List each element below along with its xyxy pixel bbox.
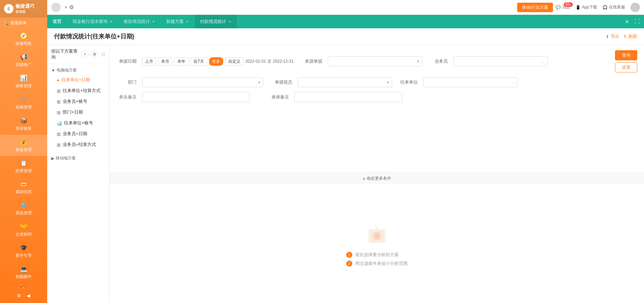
sidebar-item-finance[interactable]: 💰 资金管理: [0, 135, 47, 156]
tab-new-scheme-label: 新建方案: [166, 19, 184, 25]
basic-icon: 🗃: [21, 181, 27, 188]
sidebar-item-quick-nav[interactable]: 🧭 快捷导航: [0, 29, 47, 50]
tab-payment-stats[interactable]: 付款情况统计 ✕: [195, 15, 237, 28]
sidebar-item-guide[interactable]: 🎓 新手引导: [0, 241, 47, 262]
tab-cash-flow-close[interactable]: ✕: [110, 20, 113, 24]
staff-select[interactable]: …: [453, 56, 548, 66]
sidebar-item-purchase[interactable]: 🛒 采购管理: [0, 92, 47, 114]
dept-select[interactable]: ▾: [142, 77, 263, 87]
topbar-gear-icon[interactable]: ⚙: [69, 4, 74, 10]
sidebar-nav: 🧭 快捷导航 📢 营销推广 📊 销售管理 🛒 采购管理 📦 库存核算 💰 资金管…: [0, 29, 47, 288]
collapse-bar[interactable]: ∧ 收起更多条件: [110, 173, 644, 184]
sidebar-item-corp[interactable]: 🤝 企业协同: [0, 219, 47, 241]
page-title: 付款情况统计(往来单位+日期): [54, 32, 135, 40]
sidebar-item-operation[interactable]: 📋 经营管理: [0, 156, 47, 177]
sidebar-item-hardware[interactable]: 💻 智能硬件: [0, 262, 47, 283]
filter-settings-btn[interactable]: 设置: [615, 62, 637, 72]
topbar-dropdown-icon[interactable]: ▾: [65, 5, 67, 10]
tab-payment-stats-label: 付款情况统计: [200, 19, 226, 25]
page-header: 付款情况统计(往来单位+日期) ⬆ 导出 ↻ 刷新: [47, 28, 644, 45]
date-btn-custom[interactable]: 自定义: [225, 57, 243, 66]
online-service-btn[interactable]: 🎧 在线客服: [603, 4, 625, 10]
tab-receipt-stats-label: 收款情况统计: [124, 19, 150, 25]
topbar-user-avatar[interactable]: [631, 3, 640, 12]
date-btn-this-month[interactable]: 本月: [158, 57, 172, 66]
scheme-item-staff-account[interactable]: ▦ 业务员+账号: [47, 96, 109, 107]
scheme-group-desktop: ▼ 电脑端方案 ● 往来单位+日期 ▦ 往来单位+结算方式 ▦ 业务员+账号: [47, 64, 109, 152]
unit-select[interactable]: …: [423, 77, 518, 87]
tab-receipt-stats[interactable]: 收款情况统计 ✕: [118, 15, 161, 28]
export-btn[interactable]: ⬆ 导出: [606, 33, 619, 39]
query-actions: 查询 设置: [615, 50, 637, 72]
scheme-item-unit-account[interactable]: 📊 往来单位+账号: [47, 118, 109, 128]
scheme-item-dept-date[interactable]: ▦ 部门+日期: [47, 107, 109, 118]
receipt-status-select[interactable]: ▾: [298, 77, 392, 87]
scheme-settings-btn[interactable]: ⚙: [91, 51, 98, 58]
filter-row-2: 部门 ▾ 单据状态 ▾ 往来单位 …: [116, 77, 637, 87]
tab-cash-flow[interactable]: 现金银行流水查询 ✕: [67, 15, 118, 28]
tab-receipt-stats-close[interactable]: ✕: [152, 20, 155, 24]
sidebar-item-label: 资金管理: [16, 147, 32, 153]
sidebar-bottom: ⚙ ◀: [0, 288, 47, 303]
tab-expand-btn[interactable]: ⛶: [633, 17, 641, 26]
scheme-item-label-staff-settle: 业务员+结算方式: [63, 142, 96, 148]
chevron-down-icon: ▼: [51, 68, 55, 73]
tip-num-1: 1: [346, 252, 352, 258]
sidebar-item-sales[interactable]: 📊 销售管理: [0, 71, 47, 92]
scheme-item-icon-staff-settle: ▦: [57, 142, 61, 147]
date-btn-this-year[interactable]: 本年: [174, 57, 188, 66]
tabbar-actions: ✕ ⛶: [623, 15, 644, 28]
sidebar-collapse-btn[interactable]: ◀: [25, 292, 32, 300]
sidebar-item-label: 销售管理: [16, 83, 32, 89]
scheme-group-desktop-title[interactable]: ▼ 电脑端方案: [47, 66, 109, 74]
scheme-item-staff-date[interactable]: ▦ 业务员+日期: [47, 128, 109, 139]
svg-rect-3: [375, 234, 379, 238]
sidebar-item-inventory[interactable]: 📦 库存核算: [0, 114, 47, 135]
scheme-collapse-btn[interactable]: ◁: [100, 51, 105, 58]
content-area: 付款情况统计(往来单位+日期) ⬆ 导出 ↻ 刷新 按以下方案查询: [47, 28, 644, 303]
topbar-user-area: ▾ ⚙: [51, 3, 515, 12]
header-note-input[interactable]: [142, 92, 250, 102]
sidebar-item-wechat[interactable]: 💬 企业微信: [0, 283, 47, 288]
unit-label: 往来单位: [398, 79, 418, 85]
date-group: 上月 本月 本年 近7天 更多 自定义 2022-01-01 至 2022-12…: [142, 57, 293, 66]
scheme-group-mobile-title[interactable]: ▶ 移动端方案: [47, 154, 109, 162]
scheme-item-unit-settle[interactable]: ▦ 往来单位+结算方式: [47, 85, 109, 96]
header-note-label: 表头备注: [116, 94, 137, 100]
finance-icon: 💰: [20, 138, 27, 146]
sidebar-item-marketing[interactable]: 📢 营销推广: [0, 50, 47, 71]
online-service-label: 在线客服: [609, 4, 625, 10]
tab-payment-stats-close[interactable]: ✕: [228, 20, 231, 24]
scheme-add-btn[interactable]: +: [81, 51, 89, 58]
notification-btn[interactable]: 💬 消息 99+: [556, 4, 570, 10]
tab-new-scheme-close[interactable]: ✕: [186, 20, 189, 24]
right-panel: 单据日期 上月 本月 本年 近7天 更多 自定义 2022-01-01 至: [110, 45, 644, 303]
sidebar-settings-btn[interactable]: ⚙: [16, 292, 23, 300]
query-btn[interactable]: 查询: [615, 50, 637, 60]
search-menu[interactable]: 🔍 搜索菜单: [0, 18, 47, 29]
sidebar-item-label: 营销推广: [16, 62, 32, 68]
inventory-icon: 📦: [20, 117, 27, 124]
chevron-up-icon: ∧: [362, 176, 365, 181]
app-download-btn[interactable]: 📱 App下载: [576, 4, 597, 10]
scheme-item-staff-settle[interactable]: ▦ 业务员+结算方式: [47, 139, 109, 150]
date-btn-last-month[interactable]: 上月: [142, 57, 156, 66]
sidebar-item-basic[interactable]: 🗃 基础信息: [0, 177, 47, 198]
source-select[interactable]: ▾: [328, 56, 422, 66]
quick-nav-icon: 🧭: [20, 32, 27, 39]
sidebar-item-label: 库存核算: [16, 126, 32, 131]
tab-home[interactable]: 首页: [47, 15, 67, 28]
trial-btn[interactable]: 体验行业方案: [517, 3, 553, 12]
date-btn-last-7days[interactable]: 近7天: [191, 57, 207, 66]
date-btn-more[interactable]: 更多: [209, 57, 223, 66]
dept-label: 部门: [116, 79, 137, 85]
operation-icon: 📋: [20, 159, 27, 167]
refresh-btn[interactable]: ↻ 刷新: [623, 33, 637, 39]
notification-badge: 99+: [564, 2, 573, 7]
scheme-item-unit-date[interactable]: ● 往来单位+日期: [47, 74, 109, 85]
body-note-input[interactable]: [294, 92, 402, 102]
scheme-panel: 按以下方案查询 + ⚙ ◁ ▼ 电脑端方案: [47, 45, 110, 303]
sidebar-item-system[interactable]: ⚙️ 系统管理: [0, 198, 47, 219]
tab-close-all-btn[interactable]: ✕: [623, 17, 631, 26]
tab-new-scheme[interactable]: 新建方案 ✕: [161, 15, 195, 28]
